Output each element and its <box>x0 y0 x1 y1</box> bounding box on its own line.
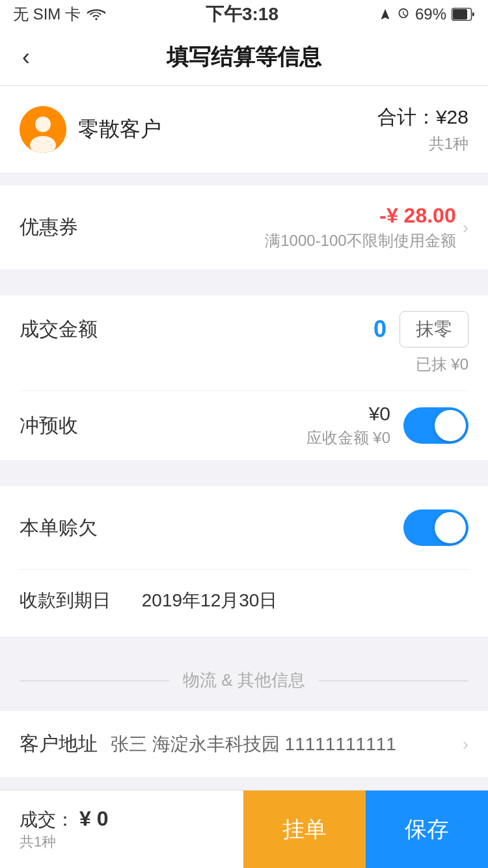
coupon-amount: -¥ 28.00 <box>265 204 455 228</box>
address-card: 客户地址 张三 海淀永丰科技园 11111111111 › <box>0 711 488 777</box>
content: 零散客户 合计：¥28 共1种 优惠券 -¥ 28.00 满1000-100不限… <box>0 86 488 868</box>
summary-title: 成交： <box>20 807 74 832</box>
alarm-icon <box>397 8 410 21</box>
customer-name: 零散客户 <box>78 115 161 144</box>
coupon-label: 优惠券 <box>20 214 78 241</box>
status-bar: 无 SIM 卡 下午3:18 69% <box>0 0 488 29</box>
logistics-header: 物流 & 其他信息 <box>0 649 488 711</box>
due-date-value: 2019年12月30日 <box>142 590 278 610</box>
address-chevron-icon: › <box>463 734 468 755</box>
summary-count: 共1种 <box>20 832 243 852</box>
wifi-icon <box>87 8 105 21</box>
back-button[interactable]: ‹ <box>16 37 36 77</box>
save-button[interactable]: 保存 <box>366 791 488 868</box>
precharge-label: 冲预收 <box>20 413 78 439</box>
logistics-title: 物流 & 其他信息 <box>170 669 318 692</box>
bottom-summary: 成交： ¥ 0 共1种 <box>0 807 243 852</box>
bottom-bar: 成交： ¥ 0 共1种 挂单 保存 <box>0 790 488 868</box>
debt-row: 本单赊欠 <box>0 486 488 569</box>
precharge-toggle[interactable] <box>403 407 468 444</box>
address-row[interactable]: 客户地址 张三 海淀永丰科技园 11111111111 › <box>0 711 488 777</box>
nav-bar: ‹ 填写结算等信息 <box>0 29 488 86</box>
bottom-buttons: 挂单 保存 <box>243 791 488 868</box>
coupon-row[interactable]: 优惠券 -¥ 28.00 满1000-100不限制使用金额 › <box>0 185 488 269</box>
debt-card: 本单赊欠 收款到期日 2019年12月30日 <box>0 486 488 636</box>
address-value: 张三 海淀永丰科技园 11111111111 <box>111 732 450 757</box>
transaction-card: 成交金额 0 抹零 已抹 ¥0 冲预收 ¥0 应收金额 ¥0 <box>0 295 488 460</box>
status-right: 69% <box>379 5 475 23</box>
debt-label: 本单赊欠 <box>20 515 98 541</box>
transaction-value: 0 <box>373 316 386 343</box>
battery-percent: 69% <box>415 5 446 23</box>
transaction-label: 成交金额 <box>20 316 98 343</box>
section-gap-2 <box>0 473 488 486</box>
coupon-card: 优惠券 -¥ 28.00 满1000-100不限制使用金额 › <box>0 185 488 269</box>
round-button[interactable]: 抹零 <box>400 311 468 347</box>
customer-card: 零散客户 合计：¥28 共1种 <box>0 86 488 172</box>
due-row[interactable]: 收款到期日 2019年12月30日 <box>0 570 488 636</box>
chevron-right-icon: › <box>463 217 468 238</box>
hold-button[interactable]: 挂单 <box>243 791 366 868</box>
battery-icon <box>452 8 475 21</box>
avatar <box>20 106 66 153</box>
svg-rect-1 <box>453 9 467 20</box>
transaction-sub: 已抹 ¥0 <box>0 354 488 390</box>
precharge-value: ¥0 <box>306 403 390 425</box>
status-left: 无 SIM 卡 <box>13 4 105 25</box>
amount-row: 成交金额 0 抹零 <box>0 295 488 354</box>
page-title: 填写结算等信息 <box>167 42 321 72</box>
due-label-text: 收款到期日 <box>20 590 111 610</box>
amount-right: 0 抹零 <box>373 311 468 347</box>
section-gap-1 <box>0 282 488 295</box>
debt-toggle[interactable] <box>403 509 468 546</box>
no-sim-label: 无 SIM 卡 <box>13 4 81 25</box>
precharge-amounts: ¥0 应收金额 ¥0 <box>306 403 390 448</box>
total-label: 合计：¥28 <box>377 104 468 131</box>
precharge-sub: 应收金额 ¥0 <box>306 427 390 448</box>
bottom-summary-line1: 成交： ¥ 0 <box>20 807 243 832</box>
svg-point-3 <box>35 116 51 132</box>
customer-left: 零散客户 <box>20 106 161 153</box>
address-label: 客户地址 <box>20 731 98 757</box>
due-label: 收款到期日 2019年12月30日 <box>20 590 290 610</box>
customer-row: 零散客户 合计：¥28 共1种 <box>0 86 488 172</box>
precharge-right: ¥0 应收金额 ¥0 <box>306 403 468 448</box>
coupon-description: 满1000-100不限制使用金额 <box>265 230 455 251</box>
customer-right: 合计：¥28 共1种 <box>377 104 468 154</box>
status-time: 下午3:18 <box>206 2 278 27</box>
summary-amount: ¥ 0 <box>79 807 108 831</box>
precharge-row: 冲预收 ¥0 应收金额 ¥0 <box>0 391 488 460</box>
location-icon <box>379 8 392 21</box>
total-count: 共1种 <box>377 133 468 154</box>
